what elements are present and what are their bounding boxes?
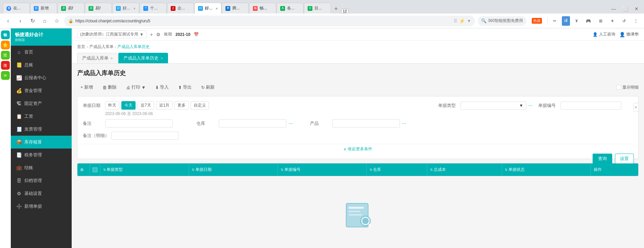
custom-date-btn[interactable]: 自定义 bbox=[191, 101, 209, 110]
query-button[interactable]: 查询 bbox=[593, 154, 612, 164]
sidebar-item-new-entry[interactable]: ➕ 新增单据 bbox=[11, 200, 72, 213]
home-browser-button[interactable]: ⌂ bbox=[40, 16, 49, 26]
scissors-btn[interactable]: ✂ bbox=[550, 16, 559, 26]
th-bill-type[interactable]: ⇅ 单据类型 bbox=[100, 163, 189, 176]
sidebar-item-cash[interactable]: 💰 资金管理 bbox=[11, 84, 72, 97]
tab-bill-list[interactable]: 产成品入库单 × bbox=[77, 53, 118, 63]
delete-button[interactable]: 🗑 删除 bbox=[99, 83, 120, 92]
collapse-button[interactable]: ∧ 收起更多条件 bbox=[343, 146, 372, 152]
tab-close-icon[interactable]: × bbox=[134, 6, 136, 10]
th-bill-no[interactable]: ⇅ 单据编号 bbox=[278, 163, 366, 176]
browser-tab-item[interactable]: 目 目... bbox=[304, 3, 331, 14]
right-panel-close-button[interactable]: × bbox=[633, 103, 639, 112]
calendar-icon[interactable]: 📅 bbox=[194, 32, 199, 37]
sidebar-item-archive[interactable]: 🗄 归档管理 bbox=[11, 174, 72, 187]
bill-no-input[interactable] bbox=[560, 102, 621, 110]
last1month-btn[interactable]: 近1月 bbox=[156, 101, 173, 110]
bookmark-button[interactable]: ☆ bbox=[52, 16, 62, 26]
print-button[interactable]: 🖨 打印 ▼ bbox=[123, 83, 149, 92]
product-dots[interactable]: ··· bbox=[402, 120, 406, 127]
sidebar-item-invoice[interactable]: 🧾 发票管理 bbox=[11, 123, 72, 136]
sidebar-item-payroll[interactable]: 📋 工资 bbox=[11, 110, 72, 123]
detail-remark-input[interactable] bbox=[111, 132, 179, 140]
user-avatar[interactable]: 👤 徐泽华 bbox=[619, 31, 639, 37]
tab-bill-list-close-icon[interactable]: × bbox=[111, 56, 113, 60]
company-settings-icon[interactable]: ⚙ bbox=[156, 32, 161, 37]
minimize-button[interactable]: — bbox=[609, 4, 618, 14]
search-box[interactable]: 🔍 360智能抠图免费用 bbox=[478, 16, 526, 26]
sidebar-item-fixed-assets[interactable]: 🏗 固定资产 bbox=[11, 97, 72, 110]
settings-button[interactable]: 设置 bbox=[615, 154, 634, 164]
hot-search-btn[interactable]: 热搜 bbox=[529, 16, 545, 26]
game-btn[interactable]: 🎮 bbox=[583, 16, 594, 26]
app-icon-weibo[interactable]: 微 bbox=[1, 61, 10, 70]
more-date-btn[interactable]: 更多 bbox=[174, 101, 189, 110]
apps-grid-btn[interactable]: ⊞ bbox=[596, 16, 605, 26]
select-all-checkbox[interactable] bbox=[93, 167, 97, 172]
company-selector[interactable]: (勿删勿禁用）江西服宝测试专用 ▼ bbox=[77, 30, 147, 38]
sidebar-item-report[interactable]: 📈 云报表中心 bbox=[11, 71, 72, 84]
browser-tab-enterprise[interactable]: 企 企... bbox=[167, 3, 194, 14]
period-value[interactable]: 2021-10 bbox=[175, 32, 190, 37]
th-checkbox[interactable] bbox=[90, 163, 100, 176]
display-detail-toggle[interactable]: 显示明细 bbox=[616, 85, 639, 90]
breadcrumb-home[interactable]: 首页 bbox=[77, 44, 85, 50]
last7days-btn[interactable]: 近7天 bbox=[138, 101, 154, 110]
close-window-button[interactable]: ✕ bbox=[632, 4, 641, 14]
remark-input[interactable] bbox=[105, 119, 173, 128]
new-tab-button[interactable]: + bbox=[331, 4, 341, 14]
url-dropdown-icon[interactable]: ▼ bbox=[467, 19, 471, 23]
browser-tab-easyf2[interactable]: 易 易f bbox=[85, 3, 112, 14]
back-button[interactable]: ‹ bbox=[3, 16, 13, 26]
sidebar-item-settle[interactable]: 💼 结账 bbox=[11, 161, 72, 174]
browser-tab-easyf1[interactable]: 易 易f bbox=[57, 3, 85, 14]
browser-tab-nav[interactable]: 在 在... bbox=[3, 3, 30, 14]
bill-type-dots[interactable]: ··· bbox=[528, 103, 533, 109]
sidebar-item-ledger[interactable]: 📒 总账 bbox=[11, 59, 72, 71]
th-warehouse[interactable]: ⇅ 仓库 bbox=[366, 163, 427, 176]
tab-bill-history-close-icon[interactable]: × bbox=[161, 56, 163, 60]
browser-tab-each[interactable]: 各 各... bbox=[277, 3, 304, 14]
app-icon-chart[interactable]: 图 bbox=[1, 51, 10, 60]
more-btn[interactable]: ⋮ bbox=[631, 16, 641, 26]
theme-btn[interactable]: ☀ bbox=[608, 16, 617, 26]
import-button[interactable]: ⬇ 导入 bbox=[152, 83, 172, 92]
maximize-button[interactable]: ⬜ bbox=[620, 4, 630, 14]
app-icon-changjie[interactable]: 畅 bbox=[1, 30, 10, 39]
sidebar-item-basic[interactable]: ⚙ 基础设置 bbox=[11, 187, 72, 200]
active-tab-close-icon[interactable]: × bbox=[216, 6, 218, 10]
customer-service-btn[interactable]: 👤 人工咨询 bbox=[593, 31, 615, 37]
browser-tab-changjie[interactable]: 畅 畅... bbox=[249, 3, 276, 14]
app-icon-star[interactable]: ⭐ bbox=[1, 41, 10, 49]
add-button[interactable]: + 新增 bbox=[77, 83, 96, 92]
export-button[interactable]: ⬆ 导出 bbox=[175, 83, 195, 92]
th-gear[interactable]: ⚙ bbox=[77, 163, 90, 176]
refresh-browser-button[interactable]: ↻ bbox=[28, 16, 37, 26]
th-total-cost[interactable]: ⇅ 总成本 bbox=[427, 163, 502, 176]
tab-bill-history[interactable]: 产成品入库单历史 × bbox=[118, 53, 168, 63]
breadcrumb-bill-history[interactable]: 产成品入库单历史 bbox=[117, 44, 150, 50]
product-input[interactable] bbox=[332, 119, 400, 128]
translate-btn[interactable]: 译 bbox=[562, 16, 570, 26]
browser-tab-personal[interactable]: 个 个... bbox=[140, 3, 167, 14]
app-icon-mail[interactable]: ✉ bbox=[1, 71, 10, 80]
forward-button[interactable]: › bbox=[16, 16, 25, 26]
browser-tab-new-bill[interactable]: 新 新增 bbox=[30, 3, 57, 14]
today-btn[interactable]: 今天 bbox=[121, 101, 136, 110]
warehouse-input[interactable] bbox=[219, 119, 286, 128]
breadcrumb-bill-list[interactable]: 产成品入库单 bbox=[89, 44, 114, 50]
sidebar-item-home[interactable]: ⌂ 首页 bbox=[11, 46, 72, 59]
refresh-data-button[interactable]: ↻ 刷新 bbox=[198, 83, 218, 92]
browser-tab-tencent[interactable]: 腾 腾... bbox=[222, 3, 249, 14]
th-status[interactable]: ⇅ 单据状态 bbox=[502, 163, 591, 176]
undo-btn[interactable]: ↺ bbox=[620, 16, 628, 26]
browser-tab-hao1[interactable]: 好 好... × bbox=[112, 3, 139, 14]
currency-btn[interactable]: ¥ bbox=[573, 16, 580, 26]
th-bill-date[interactable]: ⇅ 单据日期 bbox=[189, 163, 278, 176]
sidebar-item-inventory[interactable]: 📦 库存核算 bbox=[11, 136, 72, 149]
print-dropdown-icon[interactable]: ▼ bbox=[141, 85, 146, 90]
sidebar-item-tax[interactable]: 📑 税务管理 bbox=[11, 149, 72, 161]
add-company-button[interactable]: + bbox=[150, 32, 153, 37]
address-bar[interactable]: 🔒 https://cloud.chanjet.com/accounting/u… bbox=[64, 16, 475, 26]
bill-type-select[interactable]: ▼ bbox=[460, 102, 526, 110]
